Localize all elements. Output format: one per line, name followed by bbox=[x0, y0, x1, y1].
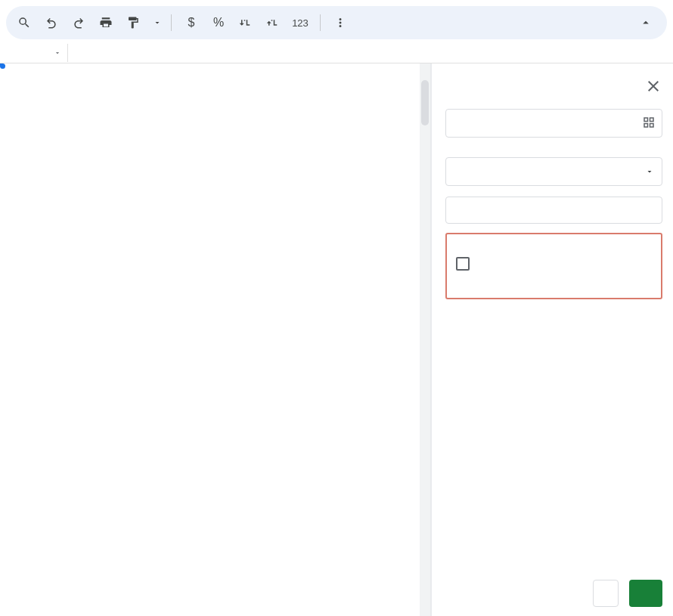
spreadsheet[interactable] bbox=[0, 63, 431, 616]
search-icon[interactable] bbox=[14, 12, 35, 33]
zoom-select[interactable] bbox=[150, 18, 162, 27]
name-box[interactable] bbox=[0, 44, 68, 62]
data-validation-panel bbox=[431, 63, 673, 616]
close-icon[interactable] bbox=[644, 77, 662, 95]
remove-rule-button[interactable] bbox=[593, 580, 619, 607]
number-format-icon[interactable]: 123 bbox=[290, 12, 311, 33]
add-item-button[interactable] bbox=[445, 197, 662, 224]
print-icon[interactable] bbox=[95, 12, 116, 33]
selection-handle[interactable] bbox=[0, 63, 5, 69]
formula-bar bbox=[0, 42, 673, 63]
help-text-checkbox[interactable] bbox=[456, 257, 470, 271]
toolbar: $ % 123 bbox=[6, 6, 667, 39]
chevron-down-icon bbox=[645, 167, 654, 176]
redo-icon[interactable] bbox=[68, 12, 89, 33]
vertical-scrollbar[interactable] bbox=[420, 63, 430, 616]
done-button[interactable] bbox=[629, 580, 662, 607]
range-input[interactable] bbox=[445, 109, 662, 138]
undo-icon[interactable] bbox=[41, 12, 62, 33]
scrollbar-thumb[interactable] bbox=[421, 80, 429, 125]
advanced-options-box bbox=[445, 233, 662, 299]
select-range-icon[interactable] bbox=[642, 116, 656, 132]
collapse-toolbar-icon[interactable] bbox=[635, 12, 656, 33]
paint-format-icon[interactable] bbox=[123, 12, 144, 33]
more-icon[interactable] bbox=[330, 12, 351, 33]
currency-icon[interactable]: $ bbox=[181, 12, 202, 33]
increase-decimal-icon[interactable] bbox=[262, 12, 284, 33]
criteria-select[interactable] bbox=[445, 157, 662, 186]
percent-icon[interactable]: % bbox=[208, 12, 229, 33]
decrease-decimal-icon[interactable] bbox=[235, 12, 256, 33]
